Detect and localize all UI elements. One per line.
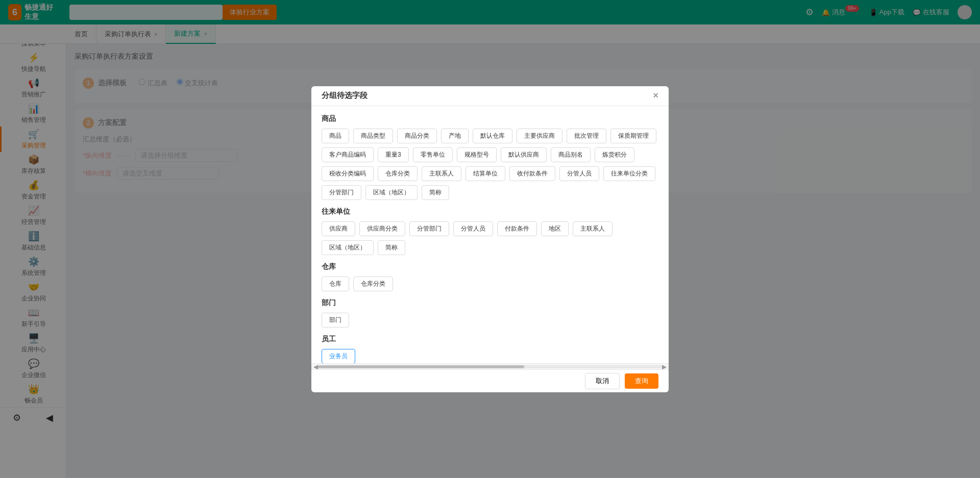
modal-title: 分组待选字段 — [322, 91, 368, 100]
field-tag[interactable]: 主联系人 — [422, 166, 461, 181]
fields-grid-warehouse: 仓库 仓库分类 — [322, 276, 658, 291]
modal-body[interactable]: 商品 商品 商品类型 商品分类 产地 默认仓库 主要供应商 批次管理 保质期管理… — [311, 106, 669, 363]
hscroll-thumb — [318, 365, 524, 368]
field-tag[interactable]: 供应商分类 — [359, 221, 405, 236]
field-tag[interactable]: 主联系人 — [573, 221, 612, 236]
field-tag[interactable]: 供应商 — [322, 221, 355, 236]
field-tag[interactable]: 批次管理 — [567, 129, 606, 143]
cancel-button[interactable]: 取消 — [585, 373, 620, 389]
field-tag[interactable]: 分管人员 — [559, 166, 599, 181]
field-tag[interactable]: 商品类型 — [353, 129, 393, 143]
section-title-goods: 商品 — [322, 114, 658, 123]
field-tag[interactable]: 分管部门 — [409, 221, 449, 236]
field-tag[interactable]: 往来单位分类 — [603, 166, 655, 181]
field-tag[interactable]: 付款条件 — [497, 221, 537, 236]
field-tag[interactable]: 商品分类 — [397, 129, 437, 143]
modal-close-btn[interactable]: × — [653, 90, 658, 101]
field-tag[interactable]: 重量3 — [378, 147, 409, 162]
field-tag[interactable]: 炼货积分 — [595, 147, 634, 162]
field-tag[interactable]: 商品别名 — [551, 147, 591, 162]
field-tag[interactable]: 区域（地区） — [365, 185, 418, 200]
field-tag[interactable]: 区域（地区） — [322, 240, 374, 255]
field-tag[interactable]: 仓库分类 — [353, 276, 393, 291]
fields-grid-goods: 商品 商品类型 商品分类 产地 默认仓库 主要供应商 批次管理 保质期管理 客户… — [322, 129, 658, 200]
field-tag[interactable]: 简称 — [378, 240, 405, 255]
modal-field-selector: 分组待选字段 × 商品 商品 商品类型 商品分类 产地 默认仓库 主要供应商 批… — [311, 86, 669, 392]
field-tag[interactable]: 仓库分类 — [378, 166, 418, 181]
section-title-partner: 往来单位 — [322, 207, 658, 216]
hscroll-track[interactable] — [318, 365, 662, 368]
modal-header: 分组待选字段 × — [311, 86, 669, 106]
field-tag[interactable]: 结算单位 — [465, 166, 505, 181]
field-tag[interactable]: 默认仓库 — [473, 129, 512, 143]
field-tag[interactable]: 地区 — [541, 221, 569, 236]
field-tag[interactable]: 部门 — [322, 313, 349, 328]
field-tag[interactable]: 零售单位 — [413, 147, 453, 162]
field-tag[interactable]: 分管部门 — [322, 185, 361, 200]
section-title-warehouse: 仓库 — [322, 262, 658, 271]
field-tag[interactable]: 税收分类编码 — [322, 166, 374, 181]
field-tag[interactable]: 主要供应商 — [517, 129, 562, 143]
field-tag[interactable]: 收付款条件 — [509, 166, 555, 181]
field-tag[interactable]: 客户商品编码 — [322, 147, 374, 162]
field-tag[interactable]: 分管人员 — [453, 221, 493, 236]
section-title-employee: 员工 — [322, 335, 658, 344]
modal-overlay: 分组待选字段 × 商品 商品 商品类型 商品分类 产地 默认仓库 主要供应商 批… — [0, 0, 980, 478]
fields-grid-employee: 业务员 — [322, 349, 658, 363]
field-tag[interactable]: 仓库 — [322, 276, 349, 291]
confirm-button[interactable]: 查询 — [625, 373, 658, 389]
fields-grid-dept: 部门 — [322, 313, 658, 328]
modal-hscroll[interactable]: ◀ ▶ — [311, 363, 669, 369]
field-tag[interactable]: 产地 — [441, 129, 469, 143]
field-tag[interactable]: 简称 — [422, 185, 449, 200]
fields-grid-partner: 供应商 供应商分类 分管部门 分管人员 付款条件 地区 主联系人 区域（地区） … — [322, 221, 658, 255]
field-tag[interactable]: 默认供应商 — [501, 147, 547, 162]
field-tag[interactable]: 保质期管理 — [610, 129, 656, 143]
modal-footer: 取消 查询 — [311, 369, 669, 392]
field-tag[interactable]: 业务员 — [322, 349, 355, 363]
field-tag[interactable]: 商品 — [322, 129, 349, 143]
field-tag[interactable]: 规格型号 — [457, 147, 497, 162]
section-title-dept: 部门 — [322, 298, 658, 308]
